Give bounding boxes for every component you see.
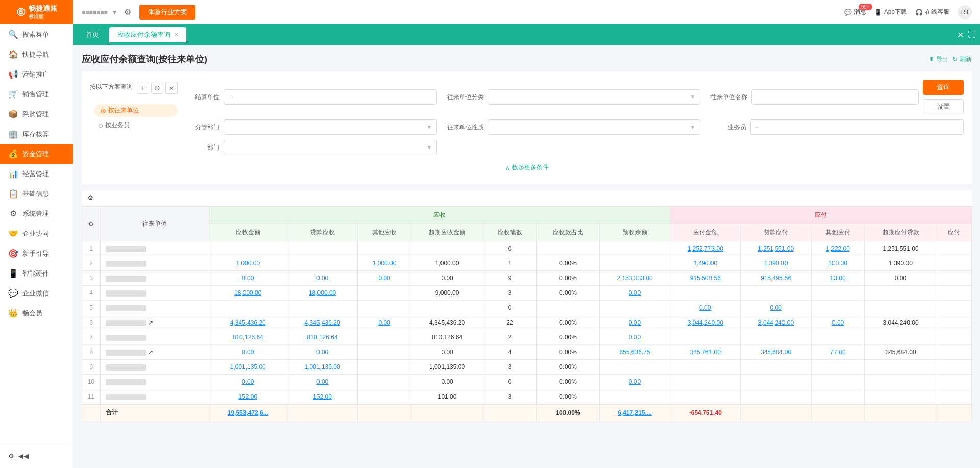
sidebar-item-search[interactable]: 🔍 搜索菜单 bbox=[0, 24, 73, 44]
tab-active[interactable]: 应收应付余额查询 × bbox=[109, 27, 186, 42]
message-icon: 💬 bbox=[844, 9, 852, 16]
sidebar-item-sales[interactable]: 🛒 销售管理 bbox=[0, 84, 73, 104]
user-avatar[interactable]: Rit bbox=[958, 5, 972, 19]
sidebar-item-search-label: 搜索菜单 bbox=[22, 30, 49, 39]
filter-scheme-partner[interactable]: ⊕ 按往来单位 bbox=[94, 104, 178, 117]
top-bar-right: 💬 消息 99+ 📱 App下载 🎧 在线客服 Rit bbox=[844, 5, 972, 19]
table-header-row-2: 应收金额 贷款应收 其他应收 超期应收金额 应收笔数 应收款占比 预收余额 应付… bbox=[82, 224, 972, 241]
sidebar-item-member[interactable]: 👑 畅会员 bbox=[0, 303, 73, 323]
tab-home[interactable]: 首页 bbox=[78, 27, 107, 42]
export-button[interactable]: ⬆ 导出 bbox=[929, 55, 948, 64]
sidebar-item-marketing[interactable]: 📢 营销推广 bbox=[0, 64, 73, 84]
category-input[interactable]: ▼ bbox=[488, 89, 700, 105]
solution-button[interactable]: 体验行业方案 bbox=[139, 5, 195, 20]
filter-collapse-button[interactable]: « bbox=[165, 82, 178, 94]
tab-active-label: 应收应付余额查询 bbox=[117, 30, 170, 39]
setting-button[interactable]: 设置 bbox=[923, 99, 964, 114]
logo-icon: ⑥ bbox=[16, 6, 26, 18]
sidebar-item-collab[interactable]: 🤝 企业协同 bbox=[0, 224, 73, 243]
th-group-receivable: 应收 bbox=[209, 207, 670, 224]
sidebar-item-collab-label: 企业协同 bbox=[22, 229, 49, 238]
filter-row-salesperson: 业务员 ··· bbox=[710, 119, 964, 135]
messages-button[interactable]: 💬 消息 99+ bbox=[844, 8, 866, 16]
department-input[interactable]: ▼ bbox=[224, 140, 437, 155]
th-rec-loan: 贷款应收 bbox=[287, 224, 357, 241]
app-download-button[interactable]: 📱 App下载 bbox=[874, 8, 907, 16]
table-gear-icon[interactable]: ⚙ bbox=[88, 194, 93, 202]
filter-scheme-salesperson[interactable]: ⊙ 按业务员 bbox=[94, 119, 178, 132]
sidebar-item-finance[interactable]: 💰 资金管理 bbox=[0, 144, 73, 164]
scheme2-icon: ⊙ bbox=[98, 122, 103, 129]
sidebar-item-guide-label: 新手引导 bbox=[22, 249, 49, 258]
sidebar-item-hardware[interactable]: 📱 智能硬件 bbox=[0, 263, 73, 283]
footer-pay-tail bbox=[937, 404, 971, 421]
sidebar-item-guide[interactable]: 🎯 新手引导 bbox=[0, 243, 73, 263]
breadcrumb: ■■■■■■■ bbox=[82, 9, 108, 16]
tab-close-window-icon[interactable]: ✕ bbox=[957, 30, 964, 40]
wechat-icon: 💬 bbox=[8, 288, 18, 298]
sidebar-item-finance-label: 资金管理 bbox=[22, 150, 49, 159]
sidebar-settings[interactable]: ⚙ ◀◀ bbox=[0, 448, 73, 464]
division-input[interactable]: ▼ bbox=[224, 119, 437, 135]
table-row: 1 01,252,773.001,251,551.001,222.001,251… bbox=[82, 241, 972, 256]
sidebar-item-marketing-label: 营销推广 bbox=[22, 70, 49, 79]
sidebar-item-inventory[interactable]: 🏢 库存核算 bbox=[0, 124, 73, 144]
filter-query-label: 按以下方案查询 bbox=[90, 83, 133, 91]
footer-rec-amount[interactable]: 19,553,472,6... bbox=[209, 404, 287, 421]
sidebar-item-system[interactable]: ⚙ 系统管理 bbox=[0, 204, 73, 224]
settlement-label: 结算单位 bbox=[184, 93, 219, 102]
table-toolbar: ⚙ bbox=[82, 190, 972, 206]
guide-icon: 🎯 bbox=[8, 249, 18, 258]
sidebar-item-management[interactable]: 📊 经营管理 bbox=[0, 164, 73, 184]
filter-row-settlement: 结算单位 ··· bbox=[184, 89, 437, 105]
dropdown-arrow[interactable]: ▼ bbox=[112, 9, 118, 16]
finance-icon: 💰 bbox=[8, 149, 18, 159]
th-partner: 往来单位 bbox=[101, 207, 209, 241]
department-label: 部门 bbox=[184, 143, 219, 152]
tab-maximize-icon[interactable]: ⛶ bbox=[968, 30, 976, 40]
sidebar-item-nav[interactable]: 🏠 快捷导航 bbox=[0, 44, 73, 64]
refresh-button[interactable]: ↻ 刷新 bbox=[952, 55, 972, 64]
management-icon: 📊 bbox=[8, 169, 18, 179]
sidebar-collapse[interactable]: ◀◀ bbox=[18, 452, 29, 460]
sidebar-item-wechat-label: 企业微信 bbox=[22, 289, 49, 298]
sidebar-item-inventory-label: 库存核算 bbox=[22, 130, 49, 139]
filter-add-button[interactable]: + bbox=[137, 82, 149, 94]
export-label: 导出 bbox=[936, 55, 948, 64]
sidebar-item-hardware-label: 智能硬件 bbox=[22, 269, 49, 278]
th-pay-tail: 应付 bbox=[937, 224, 971, 241]
table-row: 6 ↗4,345,436.204,345,436.200.004,345,436… bbox=[82, 315, 972, 330]
sidebar-item-purchase[interactable]: 📦 采购管理 bbox=[0, 104, 73, 124]
filter-settings-button[interactable]: ⊙ bbox=[151, 82, 163, 94]
footer-rec-loan bbox=[287, 404, 357, 421]
salesperson-label: 业务员 bbox=[710, 123, 746, 132]
main-content: 首页 应收应付余额查询 × ✕ ⛶ 应收应付余额查询(按往来单位) ⬆ 导出 ↻… bbox=[74, 24, 980, 468]
salesperson-dots: ··· bbox=[755, 124, 760, 131]
top-bar: ■■■■■■■ ▼ ⚙ 体验行业方案 💬 消息 99+ 📱 App下载 🎧 在线… bbox=[74, 0, 980, 24]
collapse-label: 收起更多条件 bbox=[512, 163, 549, 172]
nature-input[interactable]: ▼ bbox=[488, 119, 700, 135]
name-input[interactable] bbox=[751, 89, 919, 105]
refresh-icon: ↻ bbox=[952, 56, 958, 63]
footer-rec-advance[interactable]: 6,417,215.... bbox=[599, 404, 670, 421]
settlement-input[interactable]: ··· bbox=[224, 89, 437, 105]
collapse-button[interactable]: ∧ 收起更多条件 bbox=[501, 159, 553, 176]
table-row: 4 18,000.0018,000.009,000.0030.00%0.00 bbox=[82, 286, 972, 301]
table-row: 5 00.000.00 bbox=[82, 301, 972, 315]
messages-badge: 99+ bbox=[859, 4, 872, 10]
footer-label: 合计 bbox=[101, 404, 209, 421]
online-service-button[interactable]: 🎧 在线客服 bbox=[915, 8, 949, 16]
sidebar-item-wechat[interactable]: 💬 企业微信 bbox=[0, 283, 73, 303]
footer-empty-1 bbox=[82, 404, 101, 421]
tab-bar: 首页 应收应付余额查询 × ✕ ⛶ bbox=[74, 24, 980, 45]
tab-close-button[interactable]: × bbox=[175, 31, 178, 38]
salesperson-input[interactable]: ··· bbox=[750, 119, 964, 135]
table-row: 10 0.000.000.0000.00%0.00 bbox=[82, 375, 972, 389]
sidebar-item-basic[interactable]: 📋 基础信息 bbox=[0, 184, 73, 204]
th-pay-other: 其他应付 bbox=[811, 224, 865, 241]
member-icon: 👑 bbox=[8, 308, 18, 318]
top-bar-left: ■■■■■■■ ▼ ⚙ 体验行业方案 bbox=[82, 5, 844, 20]
sidebar-item-nav-label: 快捷导航 bbox=[22, 50, 49, 59]
query-button[interactable]: 查询 bbox=[923, 80, 964, 95]
settings-gear-icon[interactable]: ⚙ bbox=[124, 7, 131, 17]
